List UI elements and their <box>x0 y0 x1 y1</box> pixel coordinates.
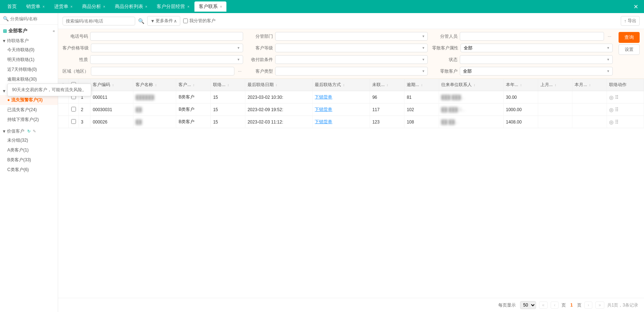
content-area: 🔍 ▼ 更多条件 ∧ 我分管的客户 ↑ 导出 <box>58 13 644 312</box>
my-customers-check[interactable] <box>183 19 188 23</box>
col-type[interactable]: 客户... ↕ <box>176 79 211 91</box>
refresh-icon[interactable]: ↻ <box>27 129 31 134</box>
first-page-button[interactable]: « <box>539 301 548 309</box>
filter-price-tier: 客户价格等级 <box>63 44 243 52</box>
sidebar-item-churn-warning[interactable]: ● 流失预警客户(3) <box>0 95 58 105</box>
col-no-contact[interactable]: 未联... ↕ <box>370 79 404 91</box>
edit-icon[interactable]: ✎ <box>33 129 36 134</box>
row-checkbox[interactable] <box>71 119 76 124</box>
nav-tab-analysis-list[interactable]: 商品分析列表 × <box>110 1 152 12</box>
nature-select[interactable] <box>90 55 243 64</box>
sidebar-item-tomorrow[interactable]: 明天待联络(1) <box>0 55 58 65</box>
nav-tab-home[interactable]: 首页 <box>3 3 21 10</box>
more-conditions-button[interactable]: ▼ 更多条件 ∧ <box>147 16 180 26</box>
filter-region: 区域（地区） ··· <box>63 67 243 76</box>
more-action-icon[interactable]: ⠿ <box>615 94 619 100</box>
col-last-date[interactable]: 最后联络日期 ↕ <box>245 79 313 91</box>
cell-name: ██ <box>133 116 176 128</box>
sidebar-group-pending[interactable]: ▶ 待联络客户 <box>0 36 58 45</box>
contact-icon[interactable]: ◎ <box>609 119 613 125</box>
more-action-icon[interactable]: ⠿ <box>615 119 619 125</box>
advanced-filter-panel: 电话号码 分管部门 分管人员 ··· <box>58 29 644 79</box>
nav-tab-analysis[interactable]: 商品分析 × <box>78 1 110 12</box>
filter-icon: ▼ <box>150 19 155 24</box>
row-checkbox[interactable] <box>71 107 76 112</box>
dept-select-wrap <box>275 32 428 41</box>
settings-button[interactable]: 设置 <box>619 44 640 55</box>
sidebar-item-today[interactable]: 今天待联络(0) <box>0 45 58 55</box>
status-select[interactable] <box>460 55 613 64</box>
col-this-month[interactable]: 本月... ↕ <box>572 79 607 91</box>
filter-customer-level: 客户等级 <box>247 44 428 52</box>
my-customers-checkbox[interactable]: 我分管的客户 <box>183 18 216 24</box>
next-page-button[interactable]: › <box>584 301 592 309</box>
cell-last-method[interactable]: 下销货单 <box>313 116 370 128</box>
price-tier-select[interactable] <box>91 44 243 52</box>
region-dots[interactable]: ··· <box>237 69 243 74</box>
prev-page-button[interactable]: ‹ <box>551 301 559 309</box>
search-button[interactable]: 🔍 <box>138 18 144 24</box>
col-code[interactable]: 客户编码 ↕ <box>90 79 133 91</box>
cell-last-method[interactable]: 下销货单 <box>313 91 370 104</box>
cell-checkbox <box>68 104 79 116</box>
phone-input[interactable] <box>90 32 243 41</box>
search-input[interactable] <box>63 17 135 25</box>
cell-contact: 15 <box>211 104 245 116</box>
close-icon[interactable]: × <box>103 5 105 9</box>
dept-select[interactable] <box>275 32 428 41</box>
collapse-icon[interactable]: « <box>53 29 55 33</box>
customer-type-select[interactable] <box>275 67 428 76</box>
col-this-year[interactable]: 本年... ↕ <box>503 79 538 91</box>
person-dots[interactable]: ··· <box>606 34 613 39</box>
region-input[interactable] <box>91 67 234 76</box>
cell-action: ◎ ⠿ <box>607 104 644 116</box>
sidebar-group-value[interactable]: ▶ 价值客户 ↻ ✎ <box>0 126 58 135</box>
person-input[interactable] <box>460 32 604 41</box>
cell-type: B类客户 <box>176 116 211 128</box>
sidebar-item-declining[interactable]: 持续下滑客户(2) <box>0 115 58 125</box>
sidebar-all-customers-header[interactable]: ⊞ 全部客户 « <box>0 25 58 36</box>
cell-last-date: 2023-02-03 11:12: <box>245 116 313 128</box>
scatter-customer-select[interactable]: 全部 <box>460 67 613 76</box>
sidebar-item-class-a[interactable]: A类客户(1) <box>0 145 58 155</box>
sidebar-item-7days[interactable]: 近7天待联络(0) <box>0 65 58 74</box>
close-icon[interactable]: × <box>187 5 189 9</box>
payment-select[interactable] <box>275 55 428 64</box>
filter-customer-type: 客户类型 <box>247 67 428 76</box>
cell-last-method[interactable]: 下销货单 <box>313 104 370 116</box>
close-icon[interactable]: × <box>220 5 222 9</box>
col-last-method[interactable]: 最后联络方式 ↕ <box>313 79 370 91</box>
contact-icon[interactable]: ◎ <box>609 94 613 100</box>
scatter-attr-select[interactable]: 全部 <box>460 44 613 52</box>
sidebar-item-class-b[interactable]: B类客户(33) <box>0 155 58 165</box>
query-button[interactable]: 查询 <box>619 32 640 43</box>
nav-tab-purchase[interactable]: 进货单 × <box>50 1 77 12</box>
table-row: 1 000011 ██████ B类客户 15 2023-03-02 10:30… <box>58 91 644 104</box>
sidebar-item-class-c[interactable]: C类客户(6) <box>0 165 58 175</box>
more-action-icon[interactable]: ⠿ <box>615 107 619 113</box>
col-unit-contact[interactable]: 往来单位联系人 ↕ <box>439 79 503 91</box>
export-button[interactable]: ↑ 导出 <box>621 16 640 26</box>
close-icon[interactable]: × <box>145 5 148 9</box>
close-icon[interactable]: × <box>71 5 73 9</box>
customer-level-select[interactable] <box>275 44 428 52</box>
col-name[interactable]: 客户名称 ↕ <box>133 79 176 91</box>
contact-icon[interactable]: ◎ <box>609 107 613 113</box>
col-contact[interactable]: 联络... ↕ <box>211 79 245 91</box>
col-overdue[interactable]: 逾期... ↕ <box>404 79 439 91</box>
sidebar-item-ungrouped[interactable]: 未分组(32) <box>0 135 58 145</box>
sidebar-item-overdue[interactable]: 逾期未联络(30) <box>0 74 58 84</box>
col-last-month[interactable]: 上月... ↕ <box>538 79 572 91</box>
search-icon: 🔍 <box>3 16 9 21</box>
close-all-button[interactable]: ✕ <box>631 2 641 12</box>
last-page-button[interactable]: » <box>595 301 604 309</box>
sidebar-search-input[interactable] <box>10 16 55 21</box>
close-icon[interactable]: × <box>43 5 45 9</box>
sidebar-item-churned[interactable]: 已流失客户(24) <box>0 105 58 115</box>
cell-last-date: 2023-02-09 19:52: <box>245 104 313 116</box>
nav-tab-customer-tier[interactable]: 客户分层经营 × <box>152 1 194 12</box>
nav-tab-sales[interactable]: 销货单 × <box>22 1 49 12</box>
page-size-select[interactable]: 50 <box>520 301 536 309</box>
nav-tab-customer-contact[interactable]: 客户联系 × <box>194 1 226 12</box>
col-action: 联络动作 <box>607 79 644 91</box>
